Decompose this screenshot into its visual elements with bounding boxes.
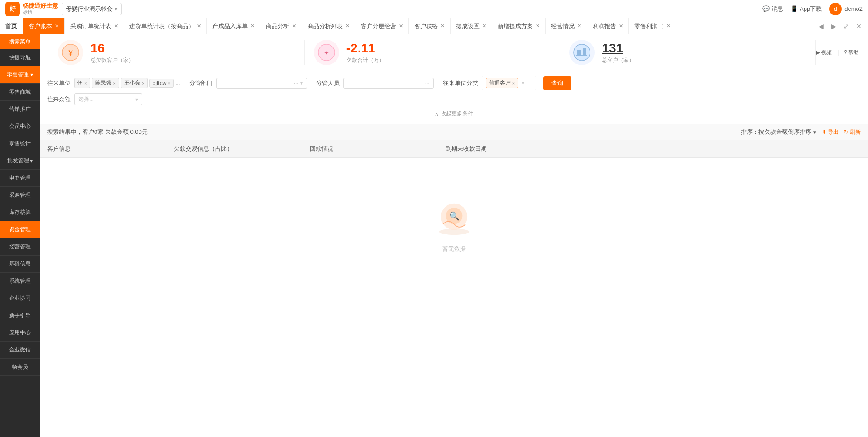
sidebar-item-purchase[interactable]: 采购管理 — [0, 187, 40, 204]
tab-label: 零售利润（ — [634, 22, 664, 30]
close-icon[interactable]: ✕ — [345, 23, 350, 29]
logo-sub: 标版 — [23, 10, 58, 15]
stat-icon-2: ✦ — [314, 40, 339, 65]
dropdown-icon: ▾ — [115, 5, 118, 12]
help-btn[interactable]: ? 帮助 — [844, 49, 859, 57]
filter-tag-3[interactable]: cjttcw × — [149, 79, 173, 88]
sidebar-search[interactable]: 搜索菜单 — [0, 34, 40, 49]
sidebar-item-cooperation[interactable]: 企业协同 — [0, 290, 40, 307]
nav-expand[interactable]: ⤢ — [841, 21, 852, 32]
close-icon[interactable]: ✕ — [250, 23, 254, 29]
sidebar: 搜索菜单 快捷导航 零售管理 ▾ 零售商城 营销推广 会员中心 零售统计 批发管… — [0, 34, 40, 437]
sort-selector[interactable]: 排序：按欠款金额倒序排序 ▾ — [741, 128, 816, 136]
sidebar-item-inventory[interactable]: 库存核算 — [0, 204, 40, 221]
sidebar-item-system[interactable]: 系统管理 — [0, 273, 40, 290]
export-btn[interactable]: ⬇ 导出 — [822, 128, 839, 136]
tab-retail-profit[interactable]: 零售利润（ ✕ — [629, 18, 676, 34]
unit-type-tag[interactable]: 普通客户 × — [486, 78, 518, 88]
close-icon[interactable]: ✕ — [667, 23, 671, 29]
sidebar-item-ecommerce[interactable]: 电商管理 — [0, 170, 40, 187]
dept-label: 分管部门 — [189, 79, 213, 87]
stat-value-debt: -2.11 — [346, 41, 384, 56]
sidebar-item-retail-mall[interactable]: 零售商城 — [0, 84, 40, 101]
video-btn[interactable]: ▶ 视频 — [816, 49, 832, 57]
empty-label: 暂无数据 — [442, 245, 466, 253]
close-icon[interactable]: ✕ — [482, 23, 486, 29]
remove-tag-icon[interactable]: × — [84, 81, 87, 86]
sidebar-item-operation[interactable]: 经营管理 — [0, 238, 40, 256]
sidebar-item-retail-stats[interactable]: 零售统计 — [0, 135, 40, 152]
close-icon[interactable]: ✕ — [536, 23, 540, 29]
app-download-btn[interactable]: 📱 App下载 — [791, 5, 822, 13]
sidebar-item-retail[interactable]: 零售管理 ▾ — [0, 66, 40, 84]
sidebar-item-wechat[interactable]: 企业微信 — [0, 342, 40, 359]
top-bar: 好 畅捷通好生意 标版 母婴行业演示帐套 ▾ 💬 消息 📱 App下载 d de… — [0, 0, 868, 18]
collapse-btn[interactable]: ∧ 收起更多条件 — [47, 108, 861, 119]
tab-profit-report[interactable]: 利润报告 ✕ — [587, 18, 629, 34]
close-icon[interactable]: ✕ — [55, 23, 59, 29]
svg-point-4 — [574, 44, 590, 61]
filter-tag-2[interactable]: 王小亮 × — [121, 78, 148, 88]
tab-purchase-order[interactable]: 采购订单统计表 ✕ — [65, 18, 124, 34]
nav-scroll-left[interactable]: ◀ — [815, 21, 826, 32]
tab-customer-layer[interactable]: 客户分层经营 ✕ — [355, 18, 409, 34]
tab-label: 利润报告 — [593, 22, 616, 30]
remove-tag-icon[interactable]: × — [142, 81, 144, 86]
svg-text:¥: ¥ — [68, 48, 73, 57]
table-header: 客户信息 欠款交易信息（占比） 回款情况 到期未收款日期 — [40, 140, 868, 158]
sidebar-item-basic-info[interactable]: 基础信息 — [0, 256, 40, 273]
nav-close-all[interactable]: ✕ — [854, 21, 864, 32]
person-select[interactable]: ··· — [343, 78, 434, 89]
col-repayment: 回款情况 — [310, 145, 446, 153]
filter-tag-1[interactable]: 陈民强 × — [92, 78, 119, 88]
tab-goods-analysis-list[interactable]: 商品分析列表 ✕ — [302, 18, 355, 34]
sidebar-item-guide[interactable]: 新手引导 — [0, 307, 40, 324]
sidebar-quick-nav[interactable]: 快捷导航 — [0, 49, 40, 66]
tab-commission-setting[interactable]: 提成设置 ✕ — [451, 18, 492, 34]
sidebar-item-wholesale[interactable]: 批发管理 ▾ — [0, 152, 40, 170]
unit-type-select[interactable]: 普通客户 × ▾ — [482, 76, 536, 90]
filter-row-1: 往来单位 伍 × 陈民强 × 王小亮 × cjttcw — [47, 76, 861, 90]
stat-debt: ✦ -2.11 欠款合计（万） — [305, 40, 561, 65]
nav-scroll-right[interactable]: ▶ — [828, 21, 839, 32]
filter-area: 往来单位 伍 × 陈民强 × 王小亮 × cjttcw — [40, 71, 868, 124]
sort-label-text: 排序：按欠款金额倒序排序 — [741, 128, 811, 136]
refresh-btn[interactable]: ↻ 刷新 — [844, 128, 861, 136]
sidebar-item-member2[interactable]: 畅会员 — [0, 359, 40, 376]
sidebar-item-finance[interactable]: 资金管理 — [0, 221, 40, 238]
close-icon[interactable]: ✕ — [292, 23, 296, 29]
tab-customer-contact[interactable]: 客户联络 ✕ — [409, 18, 451, 34]
filter-tag-0[interactable]: 伍 × — [74, 78, 90, 88]
close-icon[interactable]: ✕ — [441, 23, 445, 29]
tab-home[interactable]: 首页 — [0, 18, 23, 34]
tab-operation[interactable]: 经营情况 ✕ — [546, 18, 587, 34]
message-btn[interactable]: 💬 消息 — [762, 5, 783, 13]
tab-add-commission[interactable]: 新增提成方案 ✕ — [492, 18, 546, 34]
sidebar-item-marketing[interactable]: 营销推广 — [0, 101, 40, 118]
sidebar-item-member[interactable]: 会员中心 — [0, 118, 40, 135]
balance-select[interactable]: 选择... ▾ — [74, 93, 142, 105]
remove-tag-icon[interactable]: × — [113, 81, 115, 86]
close-icon[interactable]: ✕ — [577, 23, 581, 29]
user-area[interactable]: d demo2 — [829, 3, 863, 15]
close-icon[interactable]: ✕ — [399, 23, 403, 29]
sidebar-item-app-center[interactable]: 应用中心 — [0, 324, 40, 342]
tab-stock-stats[interactable]: 进货单统计表（按商品） ✕ — [124, 18, 207, 34]
stat-value-total: 131 — [602, 41, 634, 56]
close-icon[interactable]: ✕ — [114, 23, 118, 29]
tab-goods-analysis[interactable]: 商品分析 ✕ — [260, 18, 302, 34]
tab-customer-ledger[interactable]: 客户账本 ✕ — [23, 18, 65, 34]
company-selector[interactable]: 母婴行业演示帐套 ▾ — [62, 3, 122, 15]
phone-icon: 📱 — [791, 5, 798, 12]
label: 新手引导 — [9, 312, 31, 318]
remove-tag-icon[interactable]: × — [168, 81, 170, 86]
remove-type-icon[interactable]: × — [512, 81, 515, 86]
query-button[interactable]: 查询 — [543, 76, 571, 90]
label: 会员中心 — [9, 123, 31, 129]
tab-stock-in[interactable]: 产成品入库单 ✕ — [207, 18, 260, 34]
dept-select[interactable]: ··· ▾ — [216, 78, 307, 89]
close-icon[interactable]: ✕ — [619, 23, 623, 29]
close-icon[interactable]: ✕ — [197, 23, 201, 29]
more-tags-btn[interactable]: ... — [176, 80, 180, 86]
help-icon: ? — [844, 49, 847, 56]
